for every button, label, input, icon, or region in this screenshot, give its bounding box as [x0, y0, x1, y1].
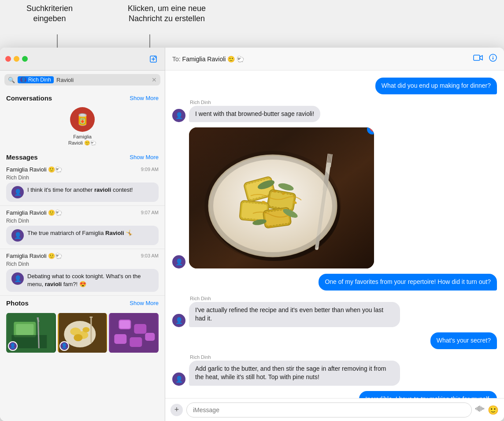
conversation-item[interactable]: 🥫 FamigliaRavioli 🙂🐑: [0, 104, 165, 150]
message-item-3[interactable]: Famiglia Ravioli 🙂🐑 9:03 AM Rich Dinh 👤 …: [0, 249, 165, 296]
sidebar-content: Conversations Show More 🥫 FamigliaRaviol…: [0, 89, 165, 421]
sender-name-2: Rich Dinh: [190, 296, 211, 301]
svg-rect-21: [89, 317, 93, 318]
msg-header-1: Famiglia Ravioli 🙂🐑 9:09 AM: [6, 166, 159, 173]
photos-grid: 👤 👤: [6, 313, 159, 353]
annotations-area: Suchkriterien eingeben Klicken, um eine …: [0, 0, 504, 48]
chat-bubble-in-2: I've actually refined the recipe and it'…: [189, 302, 400, 327]
svg-rect-27: [130, 337, 142, 347]
traffic-lights: [5, 56, 28, 62]
photos-section-header: Photos Show More: [0, 296, 165, 309]
annotation-arrows: [0, 0, 504, 48]
chat-recipient-name: Famiglia Ravioli: [182, 56, 226, 63]
chat-bubble-wrap-out-2: One of my favorites from your repertoire…: [319, 274, 497, 291]
search-icon: 🔍: [8, 77, 15, 83]
photos-section: 👤 👤: [0, 309, 165, 356]
message-input[interactable]: [186, 402, 472, 417]
info-icon[interactable]: [489, 54, 497, 64]
chat-recipient-emojis: 🙂 🐑: [227, 56, 244, 63]
svg-rect-32: [493, 57, 493, 60]
sidebar-toolbar: [0, 48, 165, 71]
search-tag-label: Rich Dinh: [28, 77, 51, 83]
chat-bubble-wrap-out-4: Incredible. I have to try making this fo…: [359, 391, 497, 398]
chat-msg-incoming-3: 👤 Rich Dinh Add garlic to the butter, an…: [172, 354, 497, 386]
add-attachment-button[interactable]: +: [170, 404, 183, 416]
message-item-1[interactable]: Famiglia Ravioli 🙂🐑 9:09 AM Rich Dinh 👤 …: [0, 163, 165, 206]
audio-icon[interactable]: [475, 405, 484, 414]
chat-bubble-wrap-in-1: Rich Dinh I went with that browned-butte…: [189, 100, 320, 123]
svg-rect-28: [145, 333, 155, 341]
chat-bubble-out-3: What's your secret?: [430, 332, 497, 349]
chat-msg-outgoing-1: What did you end up making for dinner?: [172, 78, 497, 94]
photo-avatar-1: 👤: [8, 341, 18, 351]
svg-rect-76: [483, 408, 484, 410]
search-input-text[interactable]: Ravioli: [56, 77, 149, 83]
photo-avatar-2: 👤: [59, 341, 69, 351]
search-bar[interactable]: 🔍 👤 Rich Dinh Ravioli ✕: [4, 74, 160, 86]
conversations-show-more[interactable]: Show More: [130, 95, 159, 101]
minimize-button[interactable]: [14, 56, 19, 62]
chat-msg-incoming-1: 👤 Rich Dinh I went with that browned-but…: [172, 100, 497, 123]
conversations-title: Conversations: [6, 94, 52, 102]
sender-name-3: Rich Dinh: [190, 354, 211, 360]
photos-show-more[interactable]: Show More: [130, 300, 159, 306]
chat-avatar-rich-img: 👤: [172, 255, 185, 268]
svg-rect-9: [16, 324, 33, 335]
annotation-search: Suchkriterien eingeben: [26, 4, 73, 24]
chat-input-bar: + 🙂: [165, 398, 504, 421]
msg-group-name-2: Famiglia Ravioli 🙂🐑: [6, 209, 62, 216]
msg-bubble-1: 👤 I think it's time for another ravioli …: [6, 183, 159, 202]
messages-title: Messages: [6, 153, 38, 161]
svg-rect-74: [481, 406, 482, 411]
msg-time-1: 9:09 AM: [141, 167, 159, 172]
msg-text-3: Debating what to cook tonight. What's on…: [27, 272, 153, 288]
chat-bubble-in-3: Add garlic to the butter, and then stir …: [189, 361, 400, 386]
chat-msg-image: 👤: [172, 127, 497, 268]
emoji-icon[interactable]: 🙂: [488, 405, 499, 415]
svg-rect-72: [478, 406, 479, 411]
photo-thumb-2[interactable]: 👤: [58, 313, 107, 353]
search-tag: 👤 Rich Dinh: [18, 76, 54, 83]
svg-rect-24: [120, 320, 130, 328]
msg-group-name-3: Famiglia Ravioli 🙂🐑: [6, 253, 62, 259]
chat-bubble-out-1: What did you end up making for dinner?: [375, 78, 497, 94]
sidebar: 🔍 👤 Rich Dinh Ravioli ✕ Conversations Sh…: [0, 48, 165, 421]
search-tag-avatar: 👤: [20, 77, 26, 83]
close-button[interactable]: [5, 56, 11, 62]
chat-msg-outgoing-4: Incredible. I have to try making this fo…: [172, 391, 497, 398]
chat-avatar-rich-3: 👤: [172, 373, 185, 386]
annotation-compose: Klicken, um eine neue Nachricht zu erste…: [128, 4, 206, 24]
photos-title: Photos: [6, 299, 29, 307]
msg-header-3: Famiglia Ravioli 🙂🐑 9:03 AM: [6, 253, 159, 259]
svg-point-31: [493, 56, 493, 57]
photo-3-image: [109, 313, 159, 353]
search-clear-icon[interactable]: ✕: [152, 76, 157, 83]
compose-button[interactable]: [147, 53, 159, 65]
chat-bubble-out-2: One of my favorites from your repertoire…: [319, 274, 497, 291]
svg-rect-29: [474, 55, 480, 60]
chat-bubble-wrap-in-2: Rich Dinh I've actually refined the reci…: [189, 296, 400, 327]
chat-avatar-rich-2: 👤: [172, 314, 185, 327]
chat-area: To: Famiglia Ravioli 🙂 🐑: [165, 48, 504, 421]
photo-thumb-3[interactable]: [109, 313, 159, 353]
msg-time-3: 9:03 AM: [141, 253, 159, 258]
maximize-button[interactable]: [22, 56, 28, 62]
chat-header: To: Famiglia Ravioli 🙂 🐑: [165, 48, 504, 71]
messages-show-more[interactable]: Show More: [130, 154, 159, 160]
msg-text-1: I think it's time for another ravioli co…: [27, 186, 133, 194]
chat-bubble-wrap-in-3: Rich Dinh Add garlic to the butter, and …: [189, 354, 400, 386]
chat-recipient-info: To: Famiglia Ravioli 🙂 🐑: [172, 55, 244, 63]
messages-section-header: Messages Show More: [0, 150, 165, 163]
svg-rect-75: [482, 407, 483, 410]
msg-group-name-1: Famiglia Ravioli 🙂🐑: [6, 166, 62, 173]
chat-image-bubble: ❤️: [189, 127, 374, 268]
messages-scroll[interactable]: What did you end up making for dinner? 👤…: [165, 71, 504, 398]
video-call-icon[interactable]: [473, 54, 483, 63]
chat-header-actions: [473, 54, 497, 64]
chat-bubble-in-1: I went with that browned-butter sage rav…: [189, 106, 320, 123]
msg-bubble-3: 👤 Debating what to cook tonight. What's …: [6, 269, 159, 292]
msg-header-2: Famiglia Ravioli 🙂🐑 9:07 AM: [6, 209, 159, 216]
photo-thumb-1[interactable]: 👤: [6, 313, 56, 353]
message-item-2[interactable]: Famiglia Ravioli 🙂🐑 9:07 AM Rich Dinh 👤 …: [0, 206, 165, 249]
chat-msg-incoming-2: 👤 Rich Dinh I've actually refined the re…: [172, 296, 497, 327]
